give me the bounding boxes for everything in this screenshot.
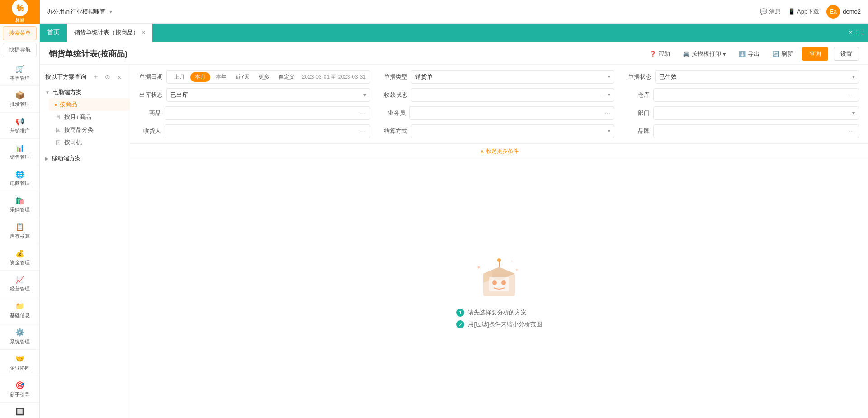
operations-label: 经营管理 — [10, 285, 30, 292]
pc-scheme-header[interactable]: ▼ 电脑端方案 — [40, 86, 130, 98]
date-tab-last-month[interactable]: 上月 — [170, 72, 189, 82]
date-filter-control[interactable]: 上月 本月 本年 近7天 更多 自定义 2023-03-01 至 2023-03… — [166, 70, 370, 84]
sidebar-item-inventory[interactable]: 📋 库存核算 — [0, 218, 39, 244]
docstatus-filter-control[interactable]: 已生效 ▾ — [655, 70, 859, 84]
doctype-filter-control[interactable]: 销货单 ▾ — [411, 70, 615, 84]
receiver-dots[interactable]: ··· — [360, 127, 366, 135]
export-btn[interactable]: ⬇️ 导出 — [735, 48, 763, 60]
scheme-item-driver[interactable]: 回 按司机 — [49, 136, 130, 149]
svg-text:✦: ✦ — [515, 267, 519, 272]
outstatus-dropdown-icon[interactable]: ▾ — [363, 92, 366, 98]
user-profile[interactable]: Ea demo2 — [826, 5, 861, 19]
basic-label: 基础信息 — [10, 312, 30, 318]
payment-dropdown-icon[interactable]: ▾ — [608, 128, 610, 134]
doctype-value: 销货单 — [415, 73, 606, 81]
enterprise-icon: 🤝 — [15, 354, 24, 363]
collapse-bar[interactable]: ∧ 收起更多条件 — [130, 144, 868, 159]
step-2-num: 2 — [456, 320, 464, 328]
settings-button[interactable]: 设置 — [834, 47, 859, 61]
receiptstatus-dots[interactable]: ··· — [600, 91, 606, 99]
refresh-btn[interactable]: 🔄 刷新 — [769, 48, 797, 60]
filter-date-item: 单据日期 上月 本月 本年 近7天 更多 自定义 — [139, 70, 370, 84]
sidebar-item-basic[interactable]: 📁 基础信息 — [0, 297, 39, 323]
warehouse-dots[interactable]: ··· — [849, 91, 855, 99]
filter-warehouse-item: 仓库 ··· — [628, 88, 859, 102]
scheme-item-month-product[interactable]: 月 按月+商品 — [49, 111, 130, 124]
product-dots[interactable]: ··· — [360, 109, 366, 117]
print-btn[interactable]: 🖨️ 按模板打印 ▾ — [679, 48, 730, 60]
panel-settings-btn[interactable]: ⊙ — [103, 72, 113, 82]
product-filter-label: 商品 — [139, 109, 165, 117]
date-tab-7days[interactable]: 近7天 — [232, 72, 253, 82]
date-tab-this-year[interactable]: 本年 — [212, 72, 230, 82]
message-label: 消息 — [769, 8, 781, 16]
app-download-icon: 📱 — [788, 8, 795, 15]
sidebar-item-finance[interactable]: 💰 资金管理 — [0, 244, 39, 271]
sidebar-item-marketing[interactable]: 📢 营销推广 — [0, 113, 39, 139]
sidebar-item-purchase[interactable]: 🛍️ 采购管理 — [0, 191, 39, 218]
receiptstatus-filter-control[interactable]: ··· ▾ — [411, 88, 615, 102]
quick-nav-button[interactable]: 快捷导航 — [3, 43, 37, 57]
panel-collapse-btn[interactable]: « — [114, 72, 124, 82]
sidebar-item-ecommerce[interactable]: 🌐 电商管理 — [0, 165, 39, 191]
search-menu-button[interactable]: 搜索菜单 — [3, 26, 37, 40]
doctype-dropdown-icon[interactable]: ▾ — [608, 74, 610, 80]
receiver-filter-control[interactable]: ··· — [165, 124, 370, 138]
receiptstatus-dropdown-icon[interactable]: ▾ — [608, 92, 610, 98]
main-area: 办公用品行业模拟账套 ▾ 💬 消息 📱 App下载 Ea demo2 首页 销货… — [40, 0, 868, 418]
marketing-label: 营销推广 — [10, 128, 30, 134]
sidebar-item-wholesale[interactable]: 📦 批发管理 — [0, 86, 39, 112]
company-name: 办公用品行业模拟账套 — [47, 8, 106, 16]
tab-home[interactable]: 首页 — [40, 24, 67, 42]
search-menu-btn-wrapper: 搜索菜单 — [0, 24, 39, 43]
collapse-icon: ∧ — [480, 148, 484, 155]
scheme-item-month-product-label: 按月+商品 — [64, 113, 91, 121]
empty-state: ✦ ✦ ✦ 1 请先选择要分析的方案 2 — [130, 159, 868, 418]
docstatus-dropdown-icon[interactable]: ▾ — [852, 74, 855, 80]
tab-close-all-btn[interactable]: × — [849, 28, 853, 37]
date-tab-custom[interactable]: 自定义 — [275, 72, 298, 82]
help-btn[interactable]: ❓ 帮助 — [646, 48, 674, 60]
sidebar-item-sales[interactable]: 📊 销售管理 — [0, 139, 39, 165]
tab-close-icon[interactable]: × — [142, 29, 145, 36]
department-dropdown-icon[interactable]: ▾ — [852, 110, 855, 116]
print-dropdown-icon[interactable]: ▾ — [723, 51, 726, 57]
empty-step-1: 1 请先选择要分析的方案 — [456, 309, 542, 317]
date-tab-more[interactable]: 更多 — [255, 72, 273, 82]
salesperson-filter-control[interactable]: ··· — [409, 106, 615, 120]
brand-dots[interactable]: ··· — [849, 127, 855, 135]
sidebar-item-newbie[interactable]: 🎯 新手引导 — [0, 376, 39, 403]
sidebar-item-enterprise[interactable]: 🤝 企业协同 — [0, 350, 39, 376]
tab-maximize-btn[interactable]: ⛶ — [856, 28, 863, 37]
query-button[interactable]: 查询 — [802, 47, 828, 61]
brand-filter-control[interactable]: ··· — [653, 124, 859, 138]
payment-filter-control[interactable]: ▾ — [411, 124, 615, 138]
message-btn[interactable]: 💬 消息 — [760, 8, 781, 16]
outstatus-filter-label: 出库状态 — [139, 91, 166, 99]
outstatus-filter-control[interactable]: 已出库 ▾ — [166, 88, 370, 102]
filter-receiptstatus-item: 收款状态 ··· ▾ — [384, 88, 615, 102]
scheme-item-category[interactable]: 回 按商品分类 — [49, 124, 130, 136]
scheme-item-by-product[interactable]: ● 按商品 — [49, 98, 130, 111]
sidebar-item-apps[interactable]: 🔲 应用中心 — [0, 403, 39, 418]
mobile-scheme-label: 移动端方案 — [52, 154, 81, 162]
product-filter-control[interactable]: ··· — [165, 106, 370, 120]
salesperson-dots[interactable]: ··· — [604, 109, 610, 117]
operations-icon: 📈 — [15, 275, 24, 284]
retail-icon: 🛒 — [15, 64, 24, 73]
sidebar-item-system[interactable]: ⚙️ 系统管理 — [0, 323, 39, 350]
sidebar-item-operations[interactable]: 📈 经营管理 — [0, 271, 39, 297]
sidebar-item-retail[interactable]: 🛒 零售管理 — [0, 60, 39, 86]
svg-point-7 — [497, 258, 501, 262]
warehouse-filter-control[interactable]: ··· — [653, 88, 859, 102]
mobile-scheme-header[interactable]: ▶ 移动端方案 — [40, 152, 130, 164]
system-icon: ⚙️ — [15, 328, 24, 337]
tab-report[interactable]: 销货单统计表（按商品） × — [67, 24, 152, 42]
top-bar-right: 💬 消息 📱 App下载 Ea demo2 — [760, 5, 861, 19]
app-download-btn[interactable]: 📱 App下载 — [788, 8, 819, 16]
department-filter-control[interactable]: ▾ — [653, 106, 859, 120]
date-tab-this-month[interactable]: 本月 — [190, 72, 210, 82]
company-dropdown-icon[interactable]: ▾ — [109, 9, 112, 15]
panel-add-btn[interactable]: ＋ — [91, 72, 101, 82]
page-title: 销货单统计表(按商品) — [49, 48, 127, 59]
